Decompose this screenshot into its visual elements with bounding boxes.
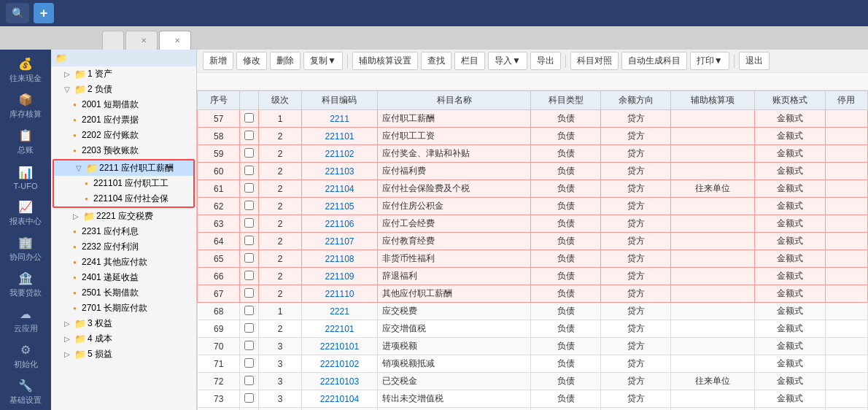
tree-item-5[interactable]: ▷ 📁 5 损益 (51, 347, 196, 362)
table-row[interactable]: 73 3 22210104 转出未交增值税 负债 贷方 金额式 (198, 390, 868, 408)
tree-item-2501[interactable]: ● 2501 长期借款 (51, 285, 196, 301)
folder-icon-2211: 📁 (86, 163, 98, 174)
tree-item-4[interactable]: ▷ 📁 4 成本 (51, 331, 196, 347)
init-icon: ⚙ (20, 343, 31, 357)
nav-item-cash[interactable]: 💰 往来现金 (0, 53, 51, 88)
cell-code: 22210104 (301, 390, 378, 408)
btn-add[interactable]: 新增 (203, 52, 233, 70)
table-row[interactable]: 71 3 22210102 销项税额抵减 负债 贷方 金额式 (198, 355, 868, 373)
nav-item-tufo[interactable]: 📊 T-UFO (0, 160, 51, 196)
cell-check[interactable] (240, 128, 259, 145)
nav-item-report[interactable]: 📈 报表中心 (0, 196, 51, 231)
cell-check[interactable] (240, 250, 259, 268)
nav-item-collab[interactable]: 🏢 协同办公 (0, 231, 51, 267)
cell-check[interactable] (240, 215, 259, 233)
table-row[interactable]: 58 2 221101 应付职工工资 负债 贷方 金额式 (198, 128, 868, 145)
btn-find[interactable]: 查找 (421, 52, 452, 70)
cell-check[interactable] (240, 338, 259, 355)
tree-item-2211[interactable]: ▽ 📁 2211 应付职工薪酬 (54, 160, 193, 176)
tab-desktop[interactable] (102, 31, 124, 50)
tab-subject[interactable]: ✕ (125, 31, 158, 50)
cell-check[interactable] (240, 233, 259, 250)
nav-item-inventory[interactable]: 📦 库存核算 (0, 88, 51, 124)
tree-item-2231[interactable]: ● 2231 应付利息 (51, 224, 196, 239)
table-row[interactable]: 62 2 221105 应付住房公积金 负债 贷方 金额式 (198, 198, 868, 215)
cell-level: 2 (259, 198, 301, 215)
tree-item-2[interactable]: ▽ 📁 2 负债 (51, 82, 196, 97)
tree-item-2202[interactable]: ● 2202 应付账款 (51, 128, 196, 143)
tab-subject-close[interactable]: ✕ (141, 36, 147, 45)
table-row[interactable]: 69 2 222101 应交增值税 负债 贷方 金额式 (198, 320, 868, 338)
nav-item-settings[interactable]: 🔧 基础设置 (0, 374, 51, 410)
tree-item-2232[interactable]: ● 2232 应付利润 (51, 239, 196, 255)
tree-item-2701[interactable]: ● 2701 长期应付款 (51, 301, 196, 316)
nav-item-loan[interactable]: 🏦 我要贷款 (0, 267, 51, 303)
tab-detail-close[interactable]: ✕ (174, 36, 180, 45)
cell-check[interactable] (240, 110, 259, 128)
cell-check[interactable] (240, 285, 259, 303)
cell-check[interactable] (240, 163, 259, 180)
cell-check[interactable] (240, 198, 259, 215)
table-row[interactable]: 72 3 22210103 已交税金 负债 贷方 往来单位 金额式 (198, 373, 868, 390)
cell-check[interactable] (240, 303, 259, 320)
btn-exit[interactable]: 退出 (739, 52, 770, 70)
tree-item-2221[interactable]: ▷ 📁 2221 应交税费 (51, 209, 196, 224)
tree-item-221101[interactable]: ● 221101 应付职工工 (54, 176, 193, 191)
cell-direction: 贷方 (601, 320, 671, 338)
cell-check[interactable] (240, 180, 259, 198)
table-row[interactable]: 68 1 2221 应交税费 负债 贷方 金额式 (198, 303, 868, 320)
btn-edit[interactable]: 修改 (236, 52, 267, 70)
cell-code: 221105 (301, 198, 378, 215)
btn-aux-setting[interactable]: 辅助核算设置 (352, 52, 418, 70)
table-row[interactable]: 65 2 221108 非货币性福利 负债 贷方 金额式 (198, 250, 868, 268)
nav-item-init[interactable]: ⚙ 初始化 (0, 339, 51, 374)
table-row[interactable]: 64 2 221107 应付教育经费 负债 贷方 金额式 (198, 233, 868, 250)
tree-item-1[interactable]: ▷ 📁 1 资产 (51, 66, 196, 82)
cell-check[interactable] (240, 320, 259, 338)
search-button[interactable]: 🔍 (6, 3, 29, 23)
cell-check[interactable] (240, 390, 259, 408)
btn-delete[interactable]: 删除 (270, 52, 301, 70)
table-row[interactable]: 74 3 22210105 税色税费 负债 贷方 金额式 (198, 408, 868, 411)
table-row[interactable]: 70 3 22210101 进项税额 负债 贷方 金额式 (198, 338, 868, 355)
tree-item-2201[interactable]: ● 2201 应付票据 (51, 112, 196, 128)
btn-copy[interactable]: 复制▼ (303, 52, 343, 70)
cell-check[interactable] (240, 373, 259, 390)
btn-auto-gen[interactable]: 自动生成科目 (621, 52, 687, 70)
tree-item-2241[interactable]: ● 2241 其他应付款 (51, 255, 196, 270)
nav-item-ledger[interactable]: 📋 总账 (0, 124, 51, 160)
nav-item-cloud[interactable]: ☁ 云应用 (0, 303, 51, 339)
cell-check[interactable] (240, 355, 259, 373)
tree-item-221104[interactable]: ● 221104 应付社会保 (54, 191, 193, 206)
cell-check[interactable] (240, 268, 259, 285)
cell-type: 负债 (531, 163, 601, 180)
tree-item-2203[interactable]: ● 2203 预收账款 (51, 143, 196, 158)
btn-export[interactable]: 导出 (530, 52, 561, 70)
cell-code: 2221 (301, 303, 378, 320)
cell-seq: 59 (198, 145, 240, 163)
table-row[interactable]: 67 2 221110 其他应付职工薪酬 负债 贷方 金额式 (198, 285, 868, 303)
table-row[interactable]: 61 2 221104 应付社会保险费及个税 负债 贷方 往来单位 金额式 (198, 180, 868, 198)
tab-detail[interactable]: ✕ (159, 31, 191, 50)
tree-item-2001[interactable]: ● 2001 短期借款 (51, 97, 196, 112)
cell-check[interactable] (240, 408, 259, 411)
btn-import[interactable]: 导入▼ (488, 52, 527, 70)
cell-check[interactable] (240, 145, 259, 163)
add-button[interactable]: + (34, 3, 54, 23)
cell-level: 2 (259, 163, 301, 180)
table-row[interactable]: 60 2 221103 应付福利费 负债 贷方 金额式 (198, 163, 868, 180)
btn-print[interactable]: 打印▼ (690, 52, 729, 70)
btn-columns[interactable]: 栏目 (454, 52, 485, 70)
table-container[interactable]: 序号 级次 科目编码 科目名称 科目类型 余额方向 辅助核算项 账页格式 停用 … (197, 90, 868, 410)
nav-item-init-label: 初始化 (14, 359, 38, 370)
tree-item-2401[interactable]: ● 2401 递延收益 (51, 270, 196, 285)
table-row[interactable]: 59 2 221102 应付奖金、津贴和补贴 负债 贷方 金额式 (198, 145, 868, 163)
table-row[interactable]: 63 2 221106 应付工会经费 负债 贷方 金额式 (198, 215, 868, 233)
cell-type: 负债 (531, 145, 601, 163)
btn-mapping[interactable]: 科目对照 (570, 52, 619, 70)
table-row[interactable]: 57 1 2211 应付职工薪酬 负债 贷方 金额式 (198, 110, 868, 128)
tree-item-3[interactable]: ▷ 📁 3 权益 (51, 316, 196, 331)
table-row[interactable]: 66 2 221109 辞退福利 负债 贷方 金额式 (198, 268, 868, 285)
cell-disabled (825, 285, 867, 303)
dot-icon-2701: ● (73, 305, 80, 312)
